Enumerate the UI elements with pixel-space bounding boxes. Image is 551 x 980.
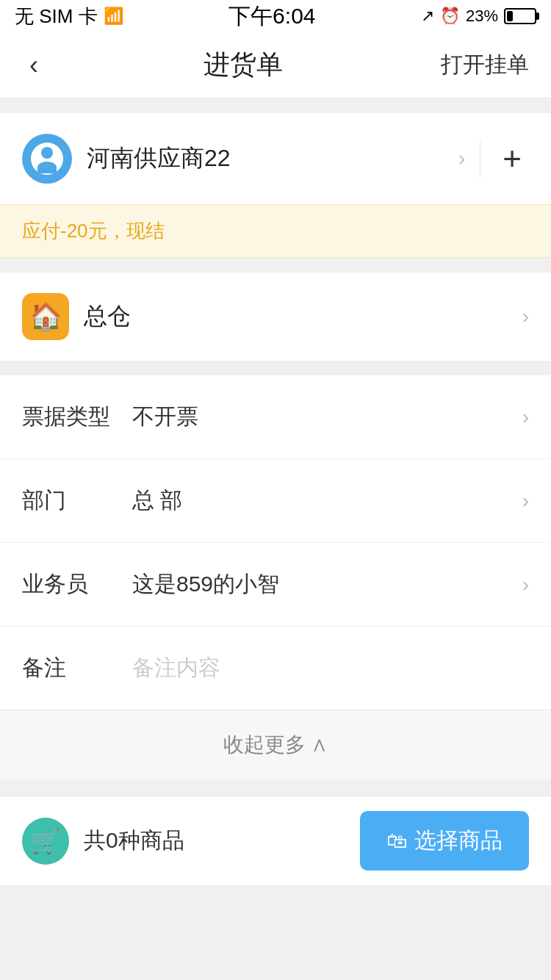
notice-bar: 应付-20元，现结	[0, 204, 551, 258]
warehouse-row[interactable]: 🏠 总仓 ›	[0, 273, 551, 361]
salesman-label: 业务员	[22, 569, 125, 599]
salesman-chevron-icon: ›	[522, 573, 529, 597]
content-area	[0, 885, 551, 980]
warehouse-icon-wrap: 🏠	[22, 293, 69, 340]
location-icon: ↗	[421, 7, 434, 26]
alarm-icon: ⏰	[440, 7, 460, 26]
warehouse-name: 总仓	[84, 300, 515, 333]
supplier-avatar	[22, 134, 72, 184]
dept-value: 总 部	[132, 486, 515, 516]
product-cart-icon: 🛒	[31, 827, 60, 855]
invoice-label: 票据类型	[22, 402, 125, 432]
invoice-chevron-icon: ›	[522, 406, 529, 429]
divider-1	[0, 258, 551, 273]
remark-row[interactable]: 备注 备注内容	[0, 627, 551, 710]
status-right: ↗ ⏰ 23%	[421, 7, 536, 26]
remark-input[interactable]: 备注内容	[132, 653, 529, 683]
open-pending-button[interactable]: 打开挂单	[441, 50, 529, 80]
add-button[interactable]: +	[495, 140, 529, 177]
invoice-row[interactable]: 票据类型 不开票 ›	[0, 375, 551, 459]
divider-3	[0, 779, 551, 794]
top-divider	[0, 98, 551, 113]
warehouse-section: 🏠 总仓 ›	[0, 273, 551, 361]
warehouse-icon: 🏠	[29, 301, 62, 332]
notice-text: 应付-20元，现结	[22, 220, 165, 242]
vertical-divider	[480, 140, 480, 177]
divider-2	[0, 361, 551, 375]
battery-icon	[504, 8, 536, 24]
select-product-icon: 🛍	[386, 829, 407, 853]
select-product-label: 选择商品	[414, 826, 503, 856]
supplier-name: 河南供应商22	[87, 143, 451, 175]
dept-row[interactable]: 部门 总 部 ›	[0, 459, 551, 543]
form-section: 票据类型 不开票 › 部门 总 部 › 业务员 这是859的小智 › 备注 备注…	[0, 375, 551, 779]
dept-chevron-icon: ›	[522, 489, 529, 513]
supplier-section: 河南供应商22 › + 应付-20元，现结	[0, 113, 551, 258]
dept-label: 部门	[22, 486, 125, 516]
supplier-row[interactable]: 河南供应商22 › +	[0, 113, 551, 204]
salesman-value: 这是859的小智	[132, 569, 515, 599]
battery-percent: 23%	[466, 7, 498, 26]
invoice-value: 不开票	[132, 402, 515, 432]
salesman-row[interactable]: 业务员 这是859的小智 ›	[0, 543, 551, 627]
product-icon-wrap: 🛒	[22, 818, 69, 865]
remark-label: 备注	[22, 653, 125, 683]
warehouse-chevron-icon: ›	[522, 305, 529, 328]
page-title: 进货单	[204, 47, 283, 83]
collapse-row[interactable]: 收起更多 ∧	[0, 710, 551, 779]
collapse-text: 收起更多 ∧	[223, 731, 328, 759]
product-count: 共0种商品	[84, 826, 360, 856]
wifi-icon: 📶	[104, 7, 123, 26]
nav-bar: ‹ 进货单 打开挂单	[0, 32, 551, 98]
carrier-text: 无 SIM 卡	[15, 4, 98, 29]
back-button[interactable]: ‹	[22, 43, 46, 88]
bottom-bar: 🛒 共0种商品 🛍 选择商品	[0, 796, 551, 885]
status-bar: 无 SIM 卡 📶 下午6:04 ↗ ⏰ 23%	[0, 0, 551, 32]
status-carrier: 无 SIM 卡 📶	[15, 4, 123, 29]
status-time: 下午6:04	[228, 1, 315, 32]
supplier-chevron-icon: ›	[458, 147, 465, 170]
select-product-button[interactable]: 🛍 选择商品	[360, 811, 529, 871]
